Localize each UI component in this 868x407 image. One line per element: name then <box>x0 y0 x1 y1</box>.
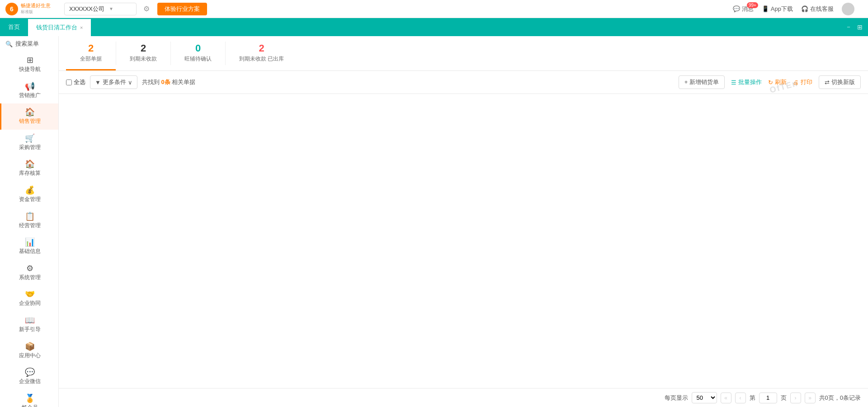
company-dropdown-arrow: ▼ <box>109 6 113 11</box>
stats-label-overdue: 到期未收款 <box>130 55 157 63</box>
sidebar-item-sales[interactable]: 🏠 销售管理 <box>0 103 58 130</box>
message-btn[interactable]: 💬 消息 99+ <box>733 5 754 13</box>
sidebar-item-capital[interactable]: 💰 资金管理 <box>0 182 58 208</box>
settings-icon-btn[interactable]: ⚙ <box>140 3 153 15</box>
logo-area: 6 畅捷通好生意 标准版 <box>5 3 64 15</box>
stats-tab-shipped[interactable]: 2 到期未收款 已出库 <box>226 36 297 70</box>
wechat-label: 企业微信 <box>19 378 41 385</box>
stats-count-all: 2 <box>80 42 102 54</box>
tab-nav-right: － ⊞ <box>845 18 868 36</box>
total-info: 共0页，0条记录 <box>819 394 861 402</box>
online-service-label: 在线客服 <box>810 5 834 13</box>
sidebar-item-wechat[interactable]: 💬 企业微信 <box>0 364 58 390</box>
basic-info-icon: 📊 <box>25 238 35 246</box>
stats-count-overdue: 2 <box>130 42 157 54</box>
wechat-icon: 💬 <box>25 368 35 376</box>
app-center-icon: 📦 <box>25 342 35 351</box>
main-layout: 🔍 搜索菜单 ⊞ 快捷导航 📢 营销推广 🏠 销售管理 🛒 采购管理 🏠 库存核… <box>0 36 868 407</box>
filter-dropdown-icon: ∨ <box>128 79 132 86</box>
pagination: 每页显示 50 100 200 « ‹ 第 页 › » 共0页，0条记录 <box>59 388 868 407</box>
avatar[interactable] <box>842 3 854 15</box>
stats-label-shipped: 到期未收款 已出库 <box>239 55 284 63</box>
company-selector[interactable]: XXXXXX公司 ▼ <box>64 3 137 15</box>
system-label: 系统管理 <box>19 274 41 281</box>
refresh-icon: ↻ <box>768 79 773 86</box>
first-page-btn[interactable]: « <box>721 393 731 403</box>
sidebar-item-purchase[interactable]: 🛒 采购管理 <box>0 130 58 156</box>
prev-page-btn[interactable]: ‹ <box>735 393 746 403</box>
stats-tab-overdue[interactable]: 2 到期未收款 <box>116 36 170 70</box>
sidebar-item-inventory[interactable]: 🏠 库存核算 <box>0 155 58 182</box>
app-download-btn[interactable]: 📱 App下载 <box>762 5 793 13</box>
message-badge: 99+ <box>747 2 758 8</box>
logo-icon: 6 <box>5 3 18 15</box>
inventory-icon: 🏠 <box>25 160 35 168</box>
trial-button[interactable]: 体验行业方案 <box>157 3 207 15</box>
print-btn[interactable]: 🖨 打印 <box>793 78 812 86</box>
switch-version-btn[interactable]: ⇄ 切换新版 <box>819 75 861 89</box>
tab-close-btn[interactable]: × <box>80 25 83 30</box>
operations-label: 经营管理 <box>19 222 41 229</box>
sidebar-item-enterprise[interactable]: 🤝 企业协同 <box>0 285 58 312</box>
tab-active-label: 钱货日清工作台 <box>36 23 77 32</box>
sidebar-item-operations[interactable]: 📋 经营管理 <box>0 208 58 234</box>
page-input[interactable] <box>759 393 777 403</box>
sidebar-item-app-center[interactable]: 📦 应用中心 <box>0 338 58 364</box>
search-menu-btn[interactable]: 🔍 搜索菜单 <box>0 36 58 51</box>
sidebar-item-system[interactable]: ⚙ 系统管理 <box>0 260 58 286</box>
page-suffix: 页 <box>781 394 787 402</box>
purchase-label: 采购管理 <box>19 144 41 151</box>
purchase-icon: 🛒 <box>25 134 35 142</box>
company-name: XXXXXX公司 <box>69 5 104 13</box>
select-all-checkbox[interactable]: 全选 <box>66 78 85 86</box>
sidebar-item-quick-nav[interactable]: ⊞ 快捷导航 <box>0 51 58 78</box>
found-count: 0条 <box>161 79 170 85</box>
next-page-btn[interactable]: › <box>790 393 801 403</box>
brand-name: 畅捷通好生意 <box>21 3 51 9</box>
filter-icon: ▼ <box>95 79 101 86</box>
enterprise-icon: 🤝 <box>25 290 35 298</box>
version-label: 标准版 <box>21 9 51 15</box>
per-page-label: 每页显示 <box>665 394 688 402</box>
marketing-label: 营销推广 <box>19 92 41 99</box>
tab-maximize-icon[interactable]: ⊞ <box>857 23 863 31</box>
stats-tab-all[interactable]: 2 全部单据 <box>66 36 116 70</box>
capital-label: 资金管理 <box>19 196 41 203</box>
search-menu-label: 搜索菜单 <box>15 40 39 48</box>
per-page-select[interactable]: 50 100 200 <box>692 392 717 403</box>
refresh-btn[interactable]: ↻ 刷新 <box>768 78 787 86</box>
tab-qhrq[interactable]: 钱货日清工作台 × <box>28 18 91 36</box>
stats-label-pending: 旺辅待确认 <box>184 55 212 63</box>
sidebar-item-basic-info[interactable]: 📊 基础信息 <box>0 234 58 260</box>
select-all-input[interactable] <box>66 80 72 85</box>
stats-tab-pending[interactable]: 0 旺辅待确认 <box>171 36 225 70</box>
sidebar-item-marketing[interactable]: 📢 营销推广 <box>0 78 58 104</box>
sidebar-item-guide[interactable]: 📖 新手引导 <box>0 312 58 338</box>
main-content: 2 全部单据 2 到期未收款 0 旺辅待确认 2 到期未收款 已出库 <box>59 36 868 407</box>
stats-count-pending: 0 <box>184 42 212 54</box>
page-label: 第 <box>750 394 755 402</box>
toolbar: 全选 ▼ 更多条件 ∨ 共找到 0条 相关单据 + 新增销货单 ☰ 批量操作 <box>59 71 868 94</box>
print-label: 打印 <box>801 78 812 86</box>
sales-label: 销售管理 <box>19 118 41 125</box>
operations-icon: 📋 <box>25 212 35 220</box>
app-center-label: 应用中心 <box>19 352 41 360</box>
tab-home-label: 首页 <box>8 23 20 31</box>
service-icon: 🎧 <box>801 5 808 12</box>
sidebar-item-member[interactable]: 🏅 畅会员 <box>0 390 58 407</box>
app-download-icon: 📱 <box>762 5 769 12</box>
last-page-btn[interactable]: » <box>805 393 816 403</box>
print-icon: 🖨 <box>793 79 799 86</box>
member-label: 畅会员 <box>22 404 38 407</box>
add-order-btn[interactable]: + 新增销货单 <box>679 75 725 89</box>
tab-minimize-icon[interactable]: － <box>845 23 852 31</box>
filter-btn[interactable]: ▼ 更多条件 ∨ <box>90 75 137 89</box>
batch-ops-btn[interactable]: ☰ 批量操作 <box>731 78 762 86</box>
guide-label: 新手引导 <box>19 326 41 333</box>
guide-icon: 📖 <box>25 316 35 324</box>
toolbar-right: + 新增销货单 ☰ 批量操作 ↻ 刷新 🖨 打印 ⇄ 切换新版 <box>679 75 861 89</box>
select-all-label: 全选 <box>74 78 85 86</box>
tab-home[interactable]: 首页 <box>0 18 28 36</box>
online-service-btn[interactable]: 🎧 在线客服 <box>801 5 834 13</box>
capital-icon: 💰 <box>25 186 35 194</box>
